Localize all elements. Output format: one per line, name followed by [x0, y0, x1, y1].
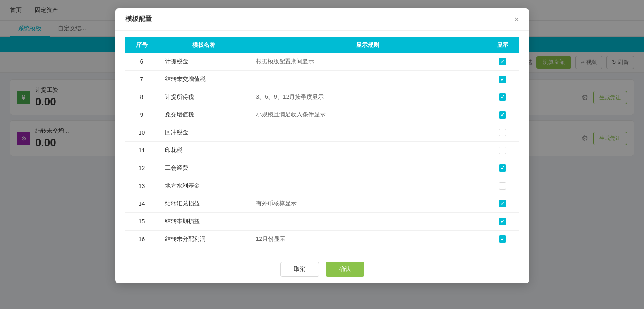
cell-name: 计提所得税: [158, 88, 249, 106]
cell-checkbox: [486, 71, 519, 88]
cell-checkbox: [486, 88, 519, 106]
checkbox-12[interactable]: [499, 164, 506, 172]
cell-id: 13: [125, 177, 158, 195]
col-header-name: 模板名称: [158, 37, 249, 53]
cell-id: 7: [125, 71, 158, 88]
checkbox-cell: [493, 218, 512, 225]
checkbox-16[interactable]: [499, 235, 506, 243]
cell-id: 14: [125, 195, 158, 213]
modal-overlay: 模板配置 × 序号 模板名称 显示规则 显示 6计提税金根据模版配置期间显示7结…: [0, 0, 644, 309]
checkbox-13[interactable]: [499, 182, 506, 190]
checkbox-cell: [493, 76, 512, 83]
table-row: 6计提税金根据模版配置期间显示: [125, 53, 519, 71]
cell-rule: 12月份显示: [249, 231, 486, 248]
table-row: 7结转未交增值税: [125, 71, 519, 88]
cell-rule: [249, 142, 486, 159]
modal-title: 模板配置: [125, 15, 152, 24]
table-head: 序号 模板名称 显示规则 显示: [125, 37, 519, 53]
checkbox-cell: [493, 235, 512, 243]
cell-checkbox: [486, 195, 519, 213]
cell-rule: [249, 213, 486, 231]
template-config-modal: 模板配置 × 序号 模板名称 显示规则 显示 6计提税金根据模版配置期间显示7结…: [115, 8, 529, 283]
cell-name: 结转未分配利润: [158, 231, 249, 248]
checkbox-cell: [493, 200, 512, 207]
cell-rule: [249, 71, 486, 88]
cell-checkbox: [486, 177, 519, 195]
cell-checkbox: [486, 159, 519, 177]
cell-rule: 根据模版配置期间显示: [249, 53, 486, 71]
cell-name: 地方水利基金: [158, 177, 249, 195]
cell-checkbox: [486, 124, 519, 142]
cell-rule: [249, 124, 486, 142]
config-table: 序号 模板名称 显示规则 显示 6计提税金根据模版配置期间显示7结转未交增值税8…: [125, 37, 519, 248]
cell-name: 结转未交增值税: [158, 71, 249, 88]
checkbox-cell: [493, 182, 512, 190]
cell-rule: 小规模且满足收入条件显示: [249, 106, 486, 124]
checkbox-cell: [493, 93, 512, 101]
cell-id: 9: [125, 106, 158, 124]
checkbox-14[interactable]: [499, 200, 506, 207]
col-header-id: 序号: [125, 37, 158, 53]
table-row: 14结转汇兑损益有外币核算显示: [125, 195, 519, 213]
table-row: 16结转未分配利润12月份显示: [125, 231, 519, 248]
cell-id: 10: [125, 124, 158, 142]
checkbox-8[interactable]: [499, 93, 506, 101]
cell-name: 工会经费: [158, 159, 249, 177]
table-row: 12工会经费: [125, 159, 519, 177]
cell-id: 8: [125, 88, 158, 106]
col-header-rule: 显示规则: [249, 37, 486, 53]
cell-rule: 有外币核算显示: [249, 195, 486, 213]
cell-checkbox: [486, 231, 519, 248]
table-row: 8计提所得税3、6、9、12月按季度显示: [125, 88, 519, 106]
cell-name: 免交增值税: [158, 106, 249, 124]
checkbox-7[interactable]: [499, 76, 506, 83]
checkbox-cell: [493, 58, 512, 65]
checkbox-9[interactable]: [499, 111, 506, 119]
table-row: 10回冲税金: [125, 124, 519, 142]
checkbox-6[interactable]: [499, 58, 506, 65]
table-header-row: 序号 模板名称 显示规则 显示: [125, 37, 519, 53]
checkbox-cell: [493, 164, 512, 172]
modal-close-button[interactable]: ×: [515, 16, 519, 23]
cell-id: 6: [125, 53, 158, 71]
checkbox-15[interactable]: [499, 218, 506, 225]
checkbox-cell: [493, 129, 512, 136]
table-body: 6计提税金根据模版配置期间显示7结转未交增值税8计提所得税3、6、9、12月按季…: [125, 53, 519, 248]
col-header-show: 显示: [486, 37, 519, 53]
table-row: 11印花税: [125, 142, 519, 159]
cell-name: 结转本期损益: [158, 213, 249, 231]
table-row: 13地方水利基金: [125, 177, 519, 195]
cell-checkbox: [486, 53, 519, 71]
cell-id: 12: [125, 159, 158, 177]
cell-id: 16: [125, 231, 158, 248]
cell-checkbox: [486, 142, 519, 159]
table-row: 9免交增值税小规模且满足收入条件显示: [125, 106, 519, 124]
confirm-button[interactable]: 确认: [326, 262, 364, 277]
checkbox-10[interactable]: [499, 129, 506, 136]
cell-name: 回冲税金: [158, 124, 249, 142]
cell-id: 11: [125, 142, 158, 159]
checkbox-cell: [493, 147, 512, 154]
cell-name: 计提税金: [158, 53, 249, 71]
cell-rule: [249, 159, 486, 177]
cancel-button[interactable]: 取消: [280, 262, 319, 277]
modal-body[interactable]: 序号 模板名称 显示规则 显示 6计提税金根据模版配置期间显示7结转未交增值税8…: [115, 31, 529, 255]
cell-name: 印花税: [158, 142, 249, 159]
cell-rule: [249, 177, 486, 195]
cell-id: 15: [125, 213, 158, 231]
checkbox-cell: [493, 111, 512, 119]
cell-rule: 3、6、9、12月按季度显示: [249, 88, 486, 106]
cell-checkbox: [486, 213, 519, 231]
cell-checkbox: [486, 106, 519, 124]
table-row: 15结转本期损益: [125, 213, 519, 231]
modal-header: 模板配置 ×: [115, 8, 529, 31]
checkbox-11[interactable]: [499, 147, 506, 154]
modal-footer: 取消 确认: [115, 255, 529, 283]
cell-name: 结转汇兑损益: [158, 195, 249, 213]
